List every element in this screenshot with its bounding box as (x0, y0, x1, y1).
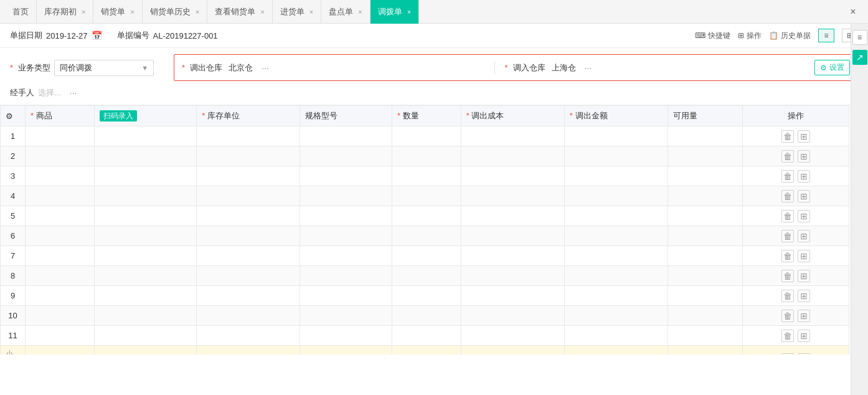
scan-btn[interactable]: 扫码录入 (100, 110, 137, 121)
cell-unit[interactable] (197, 266, 300, 286)
cell-spec[interactable] (300, 286, 392, 306)
cell-spec[interactable] (300, 146, 392, 166)
window-close-button[interactable]: × (843, 2, 863, 22)
cell-cost[interactable] (461, 226, 564, 246)
cell-amount[interactable] (564, 186, 668, 206)
cell-amount[interactable] (564, 226, 668, 246)
delete-row-button[interactable]: 🗑 (781, 150, 794, 163)
cell-unit[interactable] (197, 146, 300, 166)
cell-cost[interactable] (461, 306, 564, 326)
cell-goods[interactable] (26, 186, 95, 206)
cell-amount[interactable] (564, 326, 668, 346)
cell-unit[interactable] (197, 326, 300, 346)
cell-unit[interactable] (197, 186, 300, 206)
th-gear[interactable]: ⚙ (1, 106, 26, 126)
subtotal-delete-button[interactable]: 🗑 (781, 353, 794, 355)
cell-unit[interactable] (197, 126, 300, 146)
delete-row-button[interactable]: 🗑 (781, 270, 794, 282)
cell-unit[interactable] (197, 166, 300, 186)
cell-qty[interactable] (392, 226, 461, 246)
cell-goods[interactable] (26, 166, 95, 186)
rt-external-button[interactable]: ↗ (852, 50, 867, 65)
cell-goods[interactable] (26, 226, 95, 246)
cell-spec[interactable] (300, 186, 392, 206)
delete-row-button[interactable]: 🗑 (781, 310, 794, 322)
tab-view-sales[interactable]: 查看销货单 × (207, 0, 272, 24)
cell-goods[interactable] (26, 246, 95, 266)
cell-qty[interactable] (392, 326, 461, 346)
cell-qty[interactable] (392, 306, 461, 326)
cell-spec[interactable] (300, 306, 392, 326)
copy-row-button[interactable]: ⊞ (798, 210, 810, 222)
cell-cost[interactable] (461, 186, 564, 206)
copy-row-button[interactable]: ⊞ (798, 270, 810, 282)
cell-cost[interactable] (461, 206, 564, 226)
cell-cost[interactable] (461, 266, 564, 286)
cell-unit[interactable] (197, 206, 300, 226)
cell-unit[interactable] (197, 286, 300, 306)
delete-row-button[interactable]: 🗑 (781, 230, 794, 242)
tab-view-sales-close[interactable]: × (260, 8, 264, 16)
cell-qty[interactable] (392, 286, 461, 306)
cell-amount[interactable] (564, 246, 668, 266)
cell-goods[interactable] (26, 266, 95, 286)
cell-goods[interactable] (26, 206, 95, 226)
cell-qty[interactable] (392, 126, 461, 146)
copy-row-button[interactable]: ⊞ (798, 130, 810, 143)
cell-amount[interactable] (564, 266, 668, 286)
cell-unit[interactable] (197, 226, 300, 246)
cell-cost[interactable] (461, 246, 564, 266)
tab-stock-init[interactable]: 库存期初 × (37, 0, 93, 24)
delete-row-button[interactable]: 🗑 (781, 190, 794, 202)
cell-spec[interactable] (300, 126, 392, 146)
settings-button[interactable]: ⚙ 设置 (814, 60, 850, 75)
delete-row-button[interactable]: 🗑 (781, 130, 794, 143)
delete-row-button[interactable]: 🗑 (781, 170, 794, 183)
cell-spec[interactable] (300, 166, 392, 186)
transfer-out-more-button[interactable]: ··· (262, 63, 269, 73)
rt-list-button[interactable]: ≡ (852, 30, 867, 45)
biz-type-select[interactable]: 同价调拨 ▼ (54, 60, 154, 76)
tab-transfer-close[interactable]: × (407, 8, 411, 16)
delete-row-button[interactable]: 🗑 (781, 210, 794, 222)
cell-cost[interactable] (461, 166, 564, 186)
copy-row-button[interactable]: ⊞ (798, 290, 810, 302)
tab-sales-order-close[interactable]: × (130, 8, 134, 16)
cell-goods[interactable] (26, 286, 95, 306)
cell-qty[interactable] (392, 146, 461, 166)
cell-amount[interactable] (564, 206, 668, 226)
cell-cost[interactable] (461, 326, 564, 346)
cell-spec[interactable] (300, 226, 392, 246)
transfer-in-more-button[interactable]: ··· (585, 63, 592, 73)
delete-row-button[interactable]: 🗑 (781, 250, 794, 262)
cell-qty[interactable] (392, 266, 461, 286)
cell-spec[interactable] (300, 206, 392, 226)
tab-sales-history-close[interactable]: × (196, 8, 199, 16)
operate-link[interactable]: ⊞ 操作 (738, 31, 762, 41)
tab-stock-init-close[interactable]: × (82, 8, 85, 16)
cell-goods[interactable] (26, 326, 95, 346)
cell-unit[interactable] (197, 306, 300, 326)
tab-transfer[interactable]: 调拨单 × (370, 0, 419, 24)
copy-row-button[interactable]: ⊞ (798, 330, 810, 342)
tab-purchase-close[interactable]: × (309, 8, 313, 16)
cell-cost[interactable] (461, 286, 564, 306)
tab-home[interactable]: 首页 (5, 0, 37, 24)
tab-purchase[interactable]: 进货单 × (273, 0, 321, 24)
tab-sales-history[interactable]: 销货单历史 × (143, 0, 207, 24)
cell-goods[interactable] (26, 146, 95, 166)
person-select[interactable]: 选择... (38, 87, 61, 98)
cell-amount[interactable] (564, 126, 668, 146)
cell-unit[interactable] (197, 246, 300, 266)
copy-row-button[interactable]: ⊞ (798, 190, 810, 202)
copy-row-button[interactable]: ⊞ (798, 250, 810, 262)
cell-qty[interactable] (392, 166, 461, 186)
cell-amount[interactable] (564, 166, 668, 186)
cell-spec[interactable] (300, 246, 392, 266)
cell-amount[interactable] (564, 306, 668, 326)
delete-row-button[interactable]: 🗑 (781, 330, 794, 342)
person-more-button[interactable]: ··· (70, 88, 77, 98)
copy-row-button[interactable]: ⊞ (798, 170, 810, 183)
shortcut-link[interactable]: ⌨ 快捷键 (695, 31, 730, 41)
subtotal-copy-button[interactable]: ⊞ (798, 353, 810, 355)
